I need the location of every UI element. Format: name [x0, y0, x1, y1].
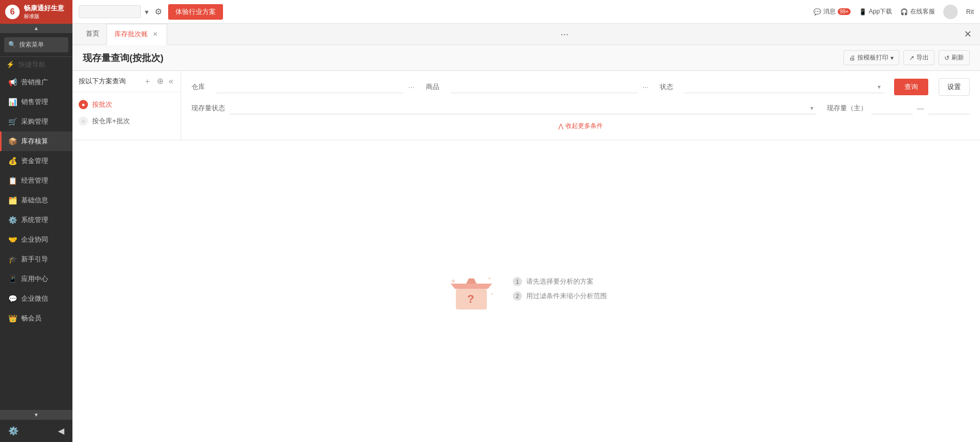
- filter-panel: 仓库 ··· 商品 ··· 状态 ▾: [181, 71, 980, 140]
- search-icon: 🔍: [8, 41, 16, 48]
- basic-icon: 🗂️: [8, 196, 17, 205]
- sidebar-item-basic[interactable]: 🗂️ 基础信息: [0, 190, 72, 210]
- inventory-icon: 📦: [8, 137, 17, 146]
- filter-settings-button[interactable]: 设置: [939, 78, 970, 96]
- tip-num-2: 2: [513, 291, 522, 301]
- tab-close-button[interactable]: ✕: [151, 30, 159, 38]
- schemes-panel: 按以下方案查询 ＋ ⊕ « ● 按批次 ○ 按仓库+批次: [72, 71, 181, 140]
- app-version: 标准版: [24, 13, 64, 20]
- sidebar-item-operation[interactable]: 📋 经营管理: [0, 171, 72, 190]
- status-filter-group: 状态 ▾: [660, 81, 884, 93]
- close-panel-button[interactable]: ✕: [962, 26, 974, 42]
- goods-input[interactable]: [451, 81, 637, 93]
- sidebar: 6 畅康通好生意 标准版 ▲ 🔍 搜索菜单 ⚡ 快捷导航 📢 营销推广 📊 销售…: [0, 0, 72, 442]
- scheme-item-by-warehouse-batch[interactable]: ○ 按仓库+批次: [72, 113, 181, 129]
- scheme-item-by-batch[interactable]: ● 按批次: [72, 96, 181, 113]
- tab-home[interactable]: 首页: [79, 24, 107, 45]
- enterprise-icon: 🤝: [8, 235, 17, 244]
- empty-tip-2: 2 用过滤条件来缩小分析范围: [513, 291, 607, 301]
- topbar-right: 💬 消息 99+ 📱 App下载 🎧 在线客服 Rit: [813, 5, 974, 19]
- scheme-inactive-icon: ○: [79, 116, 88, 126]
- warehouse-filter-group: 仓库 ···: [191, 81, 415, 93]
- service-icon: 🎧: [900, 8, 908, 16]
- refresh-button[interactable]: ↺ 刷新: [939, 50, 970, 65]
- breadcrumb-dropdown-button[interactable]: ▾: [145, 8, 149, 16]
- warehouse-more-button[interactable]: ···: [407, 82, 415, 92]
- system-icon: ⚙️: [8, 215, 17, 225]
- scheme-settings-button[interactable]: ⊕: [156, 76, 165, 86]
- stock-status-dropdown[interactable]: ▾: [229, 102, 816, 114]
- sidebar-item-wxwork[interactable]: 💬 企业微信: [0, 289, 72, 308]
- filter-area: 按以下方案查询 ＋ ⊕ « ● 按批次 ○ 按仓库+批次: [72, 71, 980, 140]
- qty-min-input[interactable]: [871, 102, 913, 114]
- filter-row-1: 仓库 ··· 商品 ··· 状态 ▾: [191, 78, 970, 96]
- sidebar-settings-button[interactable]: ⚙️: [4, 424, 23, 438]
- collapse-schemes-button[interactable]: «: [168, 76, 174, 86]
- sidebar-item-sales[interactable]: 📊 销售管理: [0, 92, 72, 112]
- schemes-list: ● 按批次 ○ 按仓库+批次: [72, 92, 181, 134]
- status-label: 状态: [660, 82, 680, 92]
- app-title: 畅康通好生意: [24, 4, 64, 13]
- tab-inventory-batch[interactable]: 库存批次账 ✕: [107, 24, 167, 45]
- sidebar-item-marketing[interactable]: 📢 营销推广: [0, 72, 72, 92]
- print-icon: 🖨: [849, 54, 855, 62]
- purchase-icon: 🛒: [8, 117, 17, 126]
- sidebar-item-member[interactable]: 👑 畅会员: [0, 308, 72, 328]
- tab-more-button[interactable]: ⋯: [560, 30, 569, 39]
- topbar-settings-button[interactable]: ⚙: [153, 5, 164, 19]
- trial-button[interactable]: 体验行业方案: [168, 4, 223, 20]
- sidebar-header: 6 畅康通好生意 标准版: [0, 0, 72, 24]
- sidebar-item-enterprise[interactable]: 🤝 企业协同: [0, 230, 72, 249]
- stock-status-label: 现存量状态: [191, 104, 225, 113]
- sidebar-collapse-button[interactable]: ◀: [54, 424, 68, 438]
- online-service-button[interactable]: 🎧 在线客服: [900, 7, 935, 16]
- sidebar-search[interactable]: 🔍 搜索菜单: [0, 33, 72, 57]
- svg-marker-2: [466, 278, 477, 284]
- warehouse-input[interactable]: [216, 81, 403, 93]
- goods-more-button[interactable]: ···: [642, 82, 650, 92]
- message-icon: 💬: [813, 8, 821, 16]
- member-icon: 👑: [8, 314, 17, 323]
- status-dropdown[interactable]: ▾: [685, 81, 884, 93]
- user-avatar[interactable]: [943, 5, 958, 19]
- topbar-left: ▾ ⚙ 体验行业方案: [79, 4, 809, 20]
- scheme-active-icon: ●: [79, 100, 88, 109]
- tip-num-1: 1: [513, 277, 522, 286]
- empty-tips: 1 请先选择要分析的方案 2 用过滤条件来缩小分析范围: [513, 277, 607, 306]
- message-badge: 99+: [838, 8, 851, 15]
- sidebar-nav: ⚡ 快捷导航 📢 营销推广 📊 销售管理 🛒 采购管理 📦 库存核算 💰 资金管…: [0, 57, 72, 410]
- content-area: 现存量查询(按批次) 🖨 按模板打印 ▾ ↗ 导出 ↺ 刷新: [72, 45, 980, 442]
- print-button[interactable]: 🖨 按模板打印 ▾: [843, 50, 899, 65]
- message-button[interactable]: 💬 消息 99+: [813, 7, 851, 16]
- sidebar-item-newbie[interactable]: 🎓 新手引导: [0, 249, 72, 269]
- app-name-block: 畅康通好生意 标准版: [24, 4, 64, 20]
- sidebar-item-shortcut[interactable]: ⚡ 快捷导航: [0, 57, 72, 72]
- export-button[interactable]: ↗ 导出: [903, 50, 934, 65]
- search-menu-button[interactable]: 🔍 搜索菜单: [4, 37, 68, 52]
- marketing-icon: 📢: [8, 78, 17, 87]
- sidebar-item-inventory[interactable]: 📦 库存核算: [0, 131, 72, 151]
- svg-point-6: [491, 293, 493, 295]
- sidebar-item-system[interactable]: ⚙️ 系统管理: [0, 210, 72, 230]
- collapse-icon: ⋀: [558, 123, 563, 130]
- svg-marker-1: [451, 284, 492, 289]
- newbie-icon: 🎓: [8, 255, 17, 264]
- empty-state-area: ? 1 请先选择要分析的方案 2 用过滤条件来缩小分析范围: [72, 140, 980, 442]
- sidebar-scroll-down[interactable]: ▼: [0, 410, 72, 419]
- add-scheme-button[interactable]: ＋: [142, 76, 153, 86]
- username-display[interactable]: Rit: [966, 8, 974, 16]
- sidebar-item-purchase[interactable]: 🛒 采购管理: [0, 112, 72, 131]
- wxwork-icon: 💬: [8, 294, 17, 303]
- collapse-button[interactable]: ⋀ 收起更多条件: [554, 120, 607, 132]
- qty-max-input[interactable]: [928, 102, 970, 114]
- filter-row-2: 现存量状态 ▾ 现存量（主） —: [191, 102, 970, 114]
- topbar: ▾ ⚙ 体验行业方案 💬 消息 99+ 📱 App下载 🎧 在线客服 Rit: [72, 0, 980, 24]
- query-button[interactable]: 查询: [894, 79, 928, 95]
- sidebar-item-appstore[interactable]: 📱 应用中心: [0, 269, 72, 289]
- sidebar-item-finance[interactable]: 💰 资金管理: [0, 151, 72, 171]
- app-icon: 📱: [859, 8, 867, 16]
- app-download-button[interactable]: 📱 App下载: [859, 7, 892, 16]
- print-dropdown-arrow: ▾: [890, 54, 894, 62]
- sidebar-scroll-up[interactable]: ▲: [0, 24, 72, 33]
- qty-range-group: 现存量（主） —: [827, 102, 970, 114]
